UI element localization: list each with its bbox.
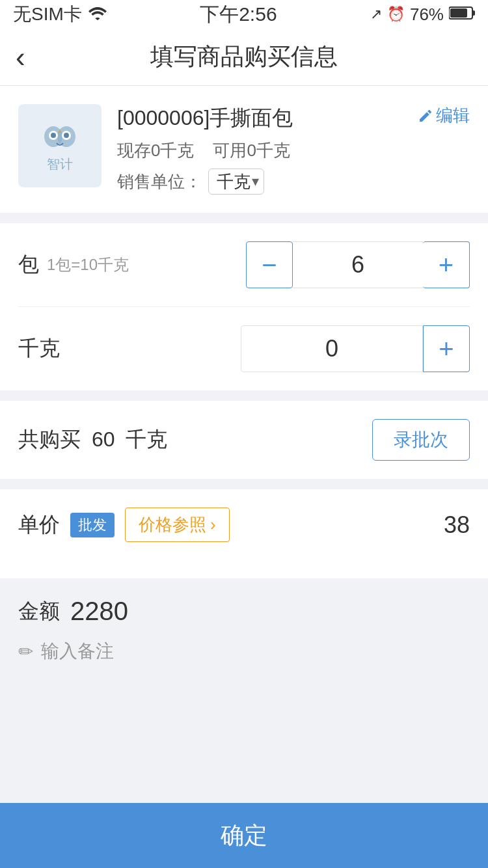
pencil-icon: ✏ (18, 641, 33, 662)
bag-quantity-input[interactable] (293, 241, 423, 288)
kg-label-group: 千克 (18, 334, 60, 363)
price-ref-arrow: › (210, 515, 216, 535)
amount-value: 2280 (70, 597, 128, 626)
bag-minus-button[interactable]: − (246, 241, 293, 288)
product-stock: 现存0千克 可用0千克 (117, 139, 470, 162)
available-text: 可用0千克 (213, 141, 290, 160)
kg-plus-button[interactable]: + (423, 325, 470, 372)
total-amount: 60 (92, 427, 115, 451)
unit-select-wrap[interactable]: 千克 (208, 169, 264, 195)
unit-select[interactable]: 千克 (208, 169, 264, 195)
remark-placeholder: 输入备注 (41, 639, 114, 664)
svg-rect-1 (472, 10, 475, 16)
unit-label: 销售单位： (117, 170, 202, 193)
bag-quantity-control: − + (246, 241, 470, 288)
product-top-row: [0000006]手撕面包 编辑 (117, 104, 470, 139)
bag-input-row: 包 1包=10千克 − + (18, 223, 470, 307)
nav-bar: ‹ 填写商品购买信息 (0, 29, 488, 86)
back-icon: ‹ (16, 41, 25, 73)
amount-label: 金额 (18, 597, 60, 626)
bag-label-group: 包 1包=10千克 (18, 251, 129, 279)
owl-logo-icon (37, 118, 83, 154)
confirm-label: 确定 (221, 820, 267, 852)
status-left: 无SIM卡 (13, 2, 107, 27)
total-section: 共购买 60 千克 录批次 (0, 401, 488, 479)
bag-label: 包 (18, 251, 39, 279)
price-label: 单价 (18, 511, 60, 539)
product-unit-row: 销售单位： 千克 (117, 169, 470, 195)
kg-quantity-input[interactable] (241, 325, 423, 372)
back-button[interactable]: ‹ (16, 41, 25, 74)
wifi-icon (88, 4, 107, 25)
location-icon: ↗ (370, 6, 382, 23)
quantity-section: 包 1包=10千克 − + 千克 + (0, 223, 488, 390)
status-bar: 无SIM卡 下午2:56 ↗ ⏰ 76% (0, 0, 488, 29)
total-unit: 千克 (126, 427, 167, 451)
price-section: 单价 批发 价格参照 › 38 (0, 489, 488, 578)
edit-button[interactable]: 编辑 (418, 104, 470, 127)
remark-row[interactable]: ✏ 输入备注 (18, 639, 470, 664)
svg-point-7 (51, 133, 56, 138)
battery-label: 76% (410, 5, 444, 25)
svg-point-8 (64, 133, 69, 138)
product-thumbnail: 智计 (18, 104, 102, 187)
total-label: 共购买 (18, 427, 81, 451)
total-text-group: 共购买 60 千克 (18, 426, 167, 454)
bottom-spacer (0, 682, 488, 760)
product-info: [0000006]手撕面包 编辑 现存0千克 可用0千克 销售单位： 千克 (117, 104, 470, 195)
amount-row: 金额 2280 (18, 597, 470, 626)
edit-icon (418, 108, 433, 124)
thumb-text: 智计 (47, 156, 73, 173)
bag-plus-button[interactable]: + (423, 241, 470, 288)
price-row: 单价 批发 价格参照 › 38 (18, 508, 470, 542)
price-label-row: 单价 批发 价格参照 › (18, 508, 230, 542)
bag-hint: 1包=10千克 (47, 254, 129, 275)
amount-section: 金额 2280 ✏ 输入备注 (0, 578, 488, 682)
status-right: ↗ ⏰ 76% (370, 5, 475, 25)
page-title: 填写商品购买信息 (150, 41, 338, 73)
svg-rect-2 (450, 8, 467, 18)
kg-label: 千克 (18, 334, 60, 363)
product-name: [0000006]手撕面包 (117, 104, 293, 133)
stock-text: 现存0千克 (117, 141, 194, 160)
alarm-icon: ⏰ (387, 6, 405, 23)
price-ref-button[interactable]: 价格参照 › (125, 508, 230, 542)
batch-button[interactable]: 录批次 (372, 419, 470, 461)
carrier-label: 无SIM卡 (13, 2, 82, 27)
edit-label: 编辑 (436, 104, 470, 127)
price-ref-label: 价格参照 (139, 513, 206, 536)
price-value: 38 (444, 511, 470, 539)
batch-tag: 批发 (70, 513, 115, 537)
confirm-button[interactable]: 确定 (0, 803, 488, 868)
kg-input-row: 千克 + (18, 307, 470, 390)
product-card: 智计 [0000006]手撕面包 编辑 现存0千克 可用0千克 销售单位： 千克 (0, 86, 488, 213)
status-time: 下午2:56 (200, 1, 277, 28)
battery-icon (449, 5, 475, 25)
kg-quantity-control: + (241, 325, 470, 372)
